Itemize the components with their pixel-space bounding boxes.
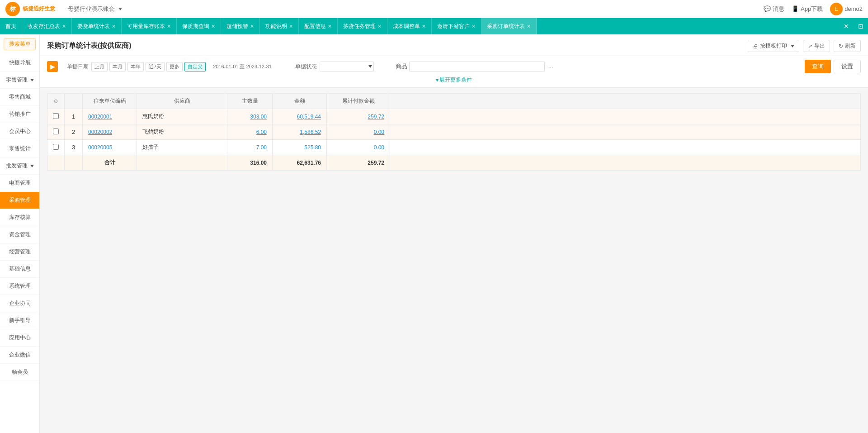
sidebar-item-wechat[interactable]: 企业微信 xyxy=(0,347,39,364)
close-icon[interactable]: ✕ xyxy=(211,24,215,29)
this-year-btn[interactable]: 本年 xyxy=(127,62,144,71)
query-button[interactable]: 查询 xyxy=(805,60,831,73)
sidebar-item-system[interactable]: 系统管理 xyxy=(0,278,39,295)
row-qty[interactable]: 7.00 xyxy=(227,140,273,155)
tab-config[interactable]: 配置信息 ✕ xyxy=(299,18,338,34)
export-button[interactable]: ↗ 导出 xyxy=(803,40,830,52)
user-area[interactable]: E demo2 xyxy=(830,3,863,15)
filter-row: ▶ 单据日期 上月 本月 本年 近7天 更多 自定义 2016-01-01 至 xyxy=(47,60,861,73)
tab-expiry-label: 保质期查询 xyxy=(182,23,209,30)
close-icon[interactable]: ✕ xyxy=(472,24,476,29)
this-month-btn[interactable]: 本月 xyxy=(109,62,126,71)
sidebar-item-retail-mgmt[interactable]: 零售管理 xyxy=(0,71,39,89)
row-code[interactable]: 00020001 xyxy=(83,109,137,124)
tab-func-desc[interactable]: 功能说明 ✕ xyxy=(260,18,299,34)
sidebar-item-retail-stats[interactable]: 零售统计 xyxy=(0,140,39,157)
sidebar-item-basic-info[interactable]: 基础信息 xyxy=(0,261,39,278)
row-paid[interactable]: 0.00 xyxy=(327,140,390,155)
sidebar-item-wholesale[interactable]: 批发管理 xyxy=(0,157,39,175)
status-select[interactable] xyxy=(320,62,374,71)
sidebar-item-app-center[interactable]: 应用中心 xyxy=(0,329,39,347)
filter-area: ▶ 单据日期 上月 本月 本年 近7天 更多 自定义 2016-01-01 至 xyxy=(40,56,868,88)
footer-extra xyxy=(390,155,861,171)
settings-icon[interactable]: ⚙ xyxy=(53,98,58,105)
close-icon[interactable]: ✕ xyxy=(422,24,426,29)
sidebar-item-newbie[interactable]: 新手引导 xyxy=(0,312,39,329)
company-chevron-icon xyxy=(118,8,122,10)
row-checkbox[interactable] xyxy=(53,113,59,119)
close-tab-btn[interactable]: ✕ xyxy=(839,18,854,34)
row-checkbox[interactable] xyxy=(53,144,59,150)
row-select[interactable] xyxy=(47,109,65,124)
sidebar-item-purchase[interactable]: 采购管理 xyxy=(0,192,39,209)
close-icon[interactable]: ✕ xyxy=(328,24,332,29)
sidebar-item-shortcut[interactable]: 快捷导航 xyxy=(0,54,39,71)
table-body: 1 00020001 惠氏奶粉 303.00 60,519.44 259.72 … xyxy=(47,109,861,155)
expand-more-btn[interactable]: ▾ 展开更多条件 xyxy=(47,76,861,84)
sidebar-item-retail-mall[interactable]: 零售商城 xyxy=(0,89,39,106)
footer-label: 合计 xyxy=(83,155,137,171)
sidebar-item-operation[interactable]: 经营管理 xyxy=(0,243,39,261)
row-qty[interactable]: 6.00 xyxy=(227,124,273,140)
tab-inventory-book[interactable]: 可用量库存账本 ✕ xyxy=(122,18,177,34)
last-month-btn[interactable]: 上月 xyxy=(91,62,108,71)
row-supplier: 飞鹤奶粉 xyxy=(137,124,227,140)
company-selector[interactable]: 母婴行业演示账套 xyxy=(68,5,122,13)
custom-date-btn[interactable]: 自定义 xyxy=(184,62,206,71)
close-icon[interactable]: ✕ xyxy=(377,24,382,29)
row-paid[interactable]: 0.00 xyxy=(327,124,390,140)
row-code[interactable]: 00020002 xyxy=(83,124,137,140)
tab-home-label: 首页 xyxy=(5,23,16,30)
row-code[interactable]: 00020005 xyxy=(83,140,137,155)
table-area: ⚙ 往来单位编码 供应商 主数量 金额 累计付款金额 1 xyxy=(40,88,868,433)
tab-cost-adjust[interactable]: 成本调整单 ✕ xyxy=(387,18,432,34)
sidebar-item-inventory[interactable]: 库存核算 xyxy=(0,209,39,226)
filter-date-item: 单据日期 上月 本月 本年 近7天 更多 自定义 xyxy=(67,62,206,71)
search-menu-button[interactable]: 搜索菜单 xyxy=(4,38,36,50)
tab-receive-send[interactable]: 收发存汇总表 ✕ xyxy=(22,18,72,34)
sidebar-item-enterprise-collab[interactable]: 企业协同 xyxy=(0,295,39,312)
more-date-btn[interactable]: 更多 xyxy=(166,62,183,71)
tab-order-stats[interactable]: 要货单统计表 ✕ xyxy=(72,18,122,34)
sidebar-item-finance[interactable]: 资金管理 xyxy=(0,226,39,243)
tab-purchase-stats-label: 采购订单统计表 xyxy=(487,23,525,30)
table-row: 1 00020001 惠氏奶粉 303.00 60,519.44 259.72 xyxy=(47,109,861,124)
close-icon[interactable]: ✕ xyxy=(62,24,66,29)
row-paid[interactable]: 259.72 xyxy=(327,109,390,124)
sidebar-item-ecommerce[interactable]: 电商管理 xyxy=(0,175,39,192)
row-amount[interactable]: 525.80 xyxy=(273,140,327,155)
row-select[interactable] xyxy=(47,124,65,140)
last7-btn[interactable]: 近7天 xyxy=(146,62,165,71)
tab-purchase-stats[interactable]: 采购订单统计表 ✕ xyxy=(481,18,537,34)
refresh-button[interactable]: ↻ 刷新 xyxy=(834,40,861,52)
refresh-label: 刷新 xyxy=(845,42,856,50)
tab-home[interactable]: 首页 xyxy=(0,18,22,34)
sidebar-item-marketing[interactable]: 营销推广 xyxy=(0,106,39,123)
print-button[interactable]: 🖨 按模板打印 xyxy=(748,40,799,52)
close-icon[interactable]: ✕ xyxy=(250,24,254,29)
goods-search-input[interactable] xyxy=(409,62,545,71)
sidebar-item-member2[interactable]: 畅会员 xyxy=(0,364,39,381)
tab-overstock[interactable]: 超储预警 ✕ xyxy=(221,18,260,34)
tab-pick-task[interactable]: 拣货任务管理 ✕ xyxy=(338,18,387,34)
row-amount[interactable]: 1,586.52 xyxy=(273,124,327,140)
th-extra xyxy=(390,94,861,109)
row-checkbox[interactable] xyxy=(53,128,59,134)
tab-expiry[interactable]: 保质期查询 ✕ xyxy=(177,18,221,34)
maximize-tab-btn[interactable]: ⊡ xyxy=(854,18,868,34)
filter-status-item: 单据状态 xyxy=(295,62,372,71)
row-amount[interactable]: 60,519.44 xyxy=(273,109,327,124)
close-icon[interactable]: ✕ xyxy=(112,24,116,29)
tab-invite-downstream[interactable]: 邀请下游客户 ✕ xyxy=(432,18,481,34)
close-icon[interactable]: ✕ xyxy=(289,24,293,29)
settings-button[interactable]: 设置 xyxy=(834,60,861,73)
sidebar-item-member[interactable]: 会员中心 xyxy=(0,123,39,140)
filter-toggle-btn[interactable]: ▶ xyxy=(47,61,58,72)
app-download-action[interactable]: 📱 App下载 xyxy=(792,5,823,13)
close-icon[interactable]: ✕ xyxy=(167,24,171,29)
row-qty[interactable]: 303.00 xyxy=(227,109,273,124)
row-select[interactable] xyxy=(47,140,65,155)
goods-more-icon[interactable]: ··· xyxy=(548,63,553,70)
close-icon[interactable]: ✕ xyxy=(527,24,531,29)
message-action[interactable]: 💬 消息 xyxy=(764,5,784,13)
